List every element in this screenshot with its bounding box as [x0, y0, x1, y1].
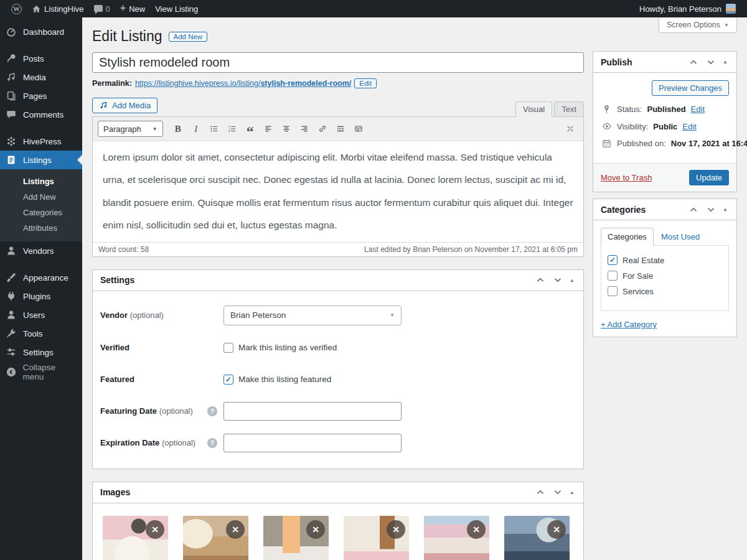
- remove-image-button[interactable]: ✕: [387, 520, 405, 539]
- account-menu[interactable]: Howdy, Brian Peterson: [634, 0, 741, 17]
- add-new-button[interactable]: Add New: [169, 32, 208, 42]
- sidebar-item-settings[interactable]: Settings: [0, 343, 82, 362]
- sidebar-item-media[interactable]: Media: [0, 68, 82, 86]
- remove-image-button[interactable]: ✕: [226, 520, 245, 539]
- permalink-label: Permalink:: [92, 79, 132, 88]
- editor-content-area[interactable]: Lorem ipsum dolor sit amet, consectetur …: [93, 141, 583, 242]
- move-up-button[interactable]: [533, 485, 547, 499]
- sidebar-item-comments[interactable]: Comments: [0, 105, 82, 124]
- bullet-list-button[interactable]: [206, 121, 222, 136]
- tab-all-categories[interactable]: Categories: [601, 228, 654, 246]
- edit-permalink-button[interactable]: Edit: [354, 78, 377, 88]
- remove-image-button[interactable]: ✕: [547, 520, 566, 539]
- text-tab[interactable]: Text: [554, 101, 584, 116]
- insert-link-button[interactable]: [314, 121, 331, 136]
- toolbar-toggle-button[interactable]: [350, 121, 367, 136]
- listing-title-input[interactable]: [92, 52, 584, 73]
- toggle-panel-button[interactable]: ▲: [721, 58, 729, 66]
- vendor-select-value: Brian Peterson: [230, 310, 286, 320]
- submenu-item-attributes[interactable]: Attributes: [0, 220, 82, 236]
- vendor-select[interactable]: Brian Peterson ▼: [223, 306, 402, 325]
- category-checkbox-for-sale[interactable]: ✓ For Sale: [608, 271, 722, 281]
- wordpress-logo-button[interactable]: W: [6, 0, 27, 17]
- listing-image-thumbnail[interactable]: ✕: [183, 516, 248, 560]
- align-left-button[interactable]: [260, 121, 276, 136]
- category-checkbox-services[interactable]: ✓ Services: [608, 286, 722, 296]
- edit-status-link[interactable]: Edit: [691, 105, 705, 114]
- toggle-panel-button[interactable]: ▲: [568, 276, 576, 284]
- featured-checkbox[interactable]: ✓ Make this listing featured: [223, 375, 331, 385]
- update-button[interactable]: Update: [689, 170, 729, 185]
- submenu-item-add-new[interactable]: Add New: [0, 189, 82, 205]
- move-up-button[interactable]: [687, 55, 700, 69]
- sidebar-item-posts[interactable]: Posts: [0, 49, 82, 68]
- edit-visibility-link[interactable]: Edit: [682, 122, 696, 131]
- numbered-list-button[interactable]: [224, 121, 240, 136]
- sidebar-item-vendors[interactable]: Vendors: [0, 241, 82, 260]
- checkbox-unchecked-icon: ✓: [608, 271, 618, 281]
- sidebar-item-dashboard[interactable]: Dashboard: [0, 22, 82, 41]
- fullscreen-button[interactable]: [562, 121, 578, 136]
- move-to-trash-link[interactable]: Move to Trash: [601, 173, 652, 182]
- align-center-button[interactable]: [278, 121, 294, 136]
- admin-sidebar: Dashboard Posts Media Pages Comments Hiv…: [0, 17, 82, 560]
- toggle-panel-button[interactable]: ▲: [721, 205, 729, 213]
- italic-button[interactable]: I: [188, 121, 204, 136]
- add-media-button[interactable]: Add Media: [92, 98, 157, 113]
- remove-image-button[interactable]: ✕: [306, 520, 325, 539]
- listing-image-thumbnail[interactable]: ✕: [344, 516, 409, 560]
- move-down-button[interactable]: [551, 273, 565, 287]
- move-down-button[interactable]: [551, 485, 565, 499]
- move-down-button[interactable]: [704, 55, 718, 69]
- sidebar-item-users[interactable]: Users: [0, 306, 82, 324]
- publish-postbox: Publish ▲ Preview Changes: [593, 51, 737, 192]
- sidebar-item-plugins[interactable]: Plugins: [0, 287, 82, 306]
- paragraph-format-value: Paragraph: [103, 124, 141, 134]
- paragraph-format-select[interactable]: Paragraph ▼: [98, 121, 163, 137]
- sidebar-item-tools[interactable]: Tools: [0, 324, 82, 343]
- verified-checkbox[interactable]: ✓ Mark this listing as verified: [223, 343, 337, 353]
- menu-separator: [0, 260, 82, 268]
- featuring-date-input[interactable]: [223, 402, 402, 421]
- remove-image-button[interactable]: ✕: [146, 520, 164, 539]
- help-icon[interactable]: ?: [207, 406, 217, 416]
- admin-content-area: Screen Options ▼ Edit Listing Add New Pe…: [82, 17, 747, 560]
- view-listing-link[interactable]: View Listing: [150, 0, 203, 17]
- preview-changes-button[interactable]: Preview Changes: [652, 80, 729, 96]
- new-content-button[interactable]: + New: [115, 0, 150, 17]
- permalink-link[interactable]: https://listinghive.hivepress.io/listing…: [135, 79, 351, 88]
- sidebar-item-appearance[interactable]: Appearance: [0, 268, 82, 287]
- move-down-button[interactable]: [704, 203, 718, 217]
- listing-image-thumbnail[interactable]: ✕: [424, 516, 489, 560]
- pin-icon: [602, 105, 612, 114]
- listing-image-thumbnail[interactable]: ✕: [504, 516, 570, 560]
- read-more-tag-button[interactable]: [332, 121, 349, 136]
- tab-most-used[interactable]: Most Used: [654, 228, 707, 245]
- sidebar-item-hivepress[interactable]: HivePress: [0, 132, 82, 151]
- category-checklist: ✓ Real Estate ✓ For Sale ✓ Services: [601, 245, 729, 311]
- collapse-menu-button[interactable]: Collapse menu: [0, 363, 82, 381]
- permalink-base: https://listinghive.hivepress.io/listing…: [135, 79, 260, 88]
- move-up-button[interactable]: [533, 273, 547, 287]
- sidebar-item-pages[interactable]: Pages: [0, 86, 82, 105]
- submenu-item-categories[interactable]: Categories: [0, 205, 82, 220]
- move-up-button[interactable]: [687, 203, 700, 217]
- screen-options-button[interactable]: Screen Options ▼: [659, 17, 737, 33]
- help-icon[interactable]: ?: [207, 438, 217, 448]
- remove-image-button[interactable]: ✕: [467, 520, 486, 539]
- listing-image-thumbnail[interactable]: ✕: [103, 516, 168, 560]
- blockquote-button[interactable]: “: [242, 121, 258, 136]
- site-name-link[interactable]: ListingHive: [27, 0, 89, 17]
- toggle-panel-button[interactable]: ▲: [568, 488, 576, 497]
- chevron-down-icon: ▼: [153, 126, 157, 132]
- submenu-item-listings[interactable]: Listings: [0, 174, 82, 189]
- align-right-button[interactable]: [296, 121, 312, 136]
- expiration-date-input[interactable]: [223, 434, 402, 452]
- add-category-link[interactable]: + Add Category: [601, 320, 657, 329]
- sidebar-item-listings[interactable]: Listings: [0, 151, 82, 169]
- comments-admin-bar-button[interactable]: 0: [89, 0, 115, 17]
- listing-image-thumbnail[interactable]: ✕: [263, 516, 329, 560]
- visual-tab[interactable]: Visual: [515, 101, 552, 117]
- bold-button[interactable]: B: [170, 121, 186, 136]
- category-checkbox-real-estate[interactable]: ✓ Real Estate: [608, 255, 722, 265]
